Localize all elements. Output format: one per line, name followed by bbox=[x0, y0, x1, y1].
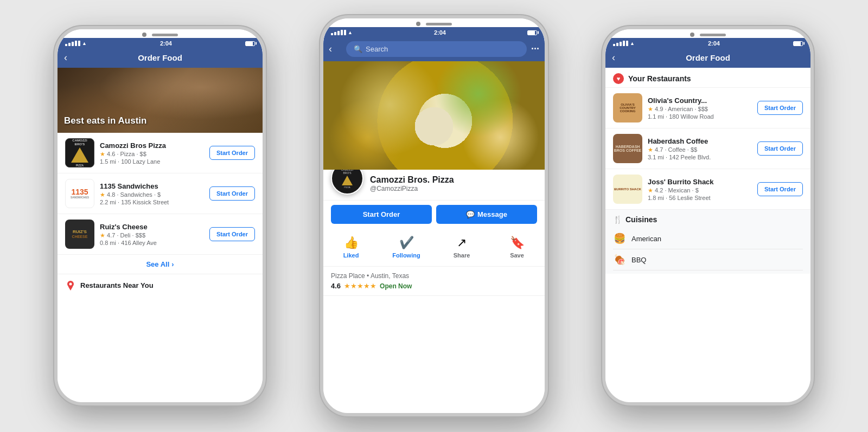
speaker-bar-right bbox=[700, 34, 726, 36]
phone-center: ▲ 2:04 ‹ 🔍 Search ··· bbox=[320, 15, 548, 416]
wifi-icon-center: ▲ bbox=[348, 30, 353, 35]
hero-text: Best eats in Austin bbox=[64, 115, 146, 126]
liked-action[interactable]: 👍 Liked bbox=[323, 233, 379, 262]
message-btn[interactable]: 💬 Message bbox=[436, 205, 537, 224]
back-button-center[interactable]: ‹ bbox=[329, 43, 342, 55]
cuisines-label: Cuisines bbox=[626, 215, 657, 224]
restaurant-name-1: Camozzi Bros Pizza bbox=[100, 141, 204, 150]
share-label: Share bbox=[454, 252, 470, 259]
restaurant-distance-3: 0.8 mi · 416 Alley Ave bbox=[100, 240, 204, 246]
nearby-label: Restaurants Near You bbox=[80, 281, 154, 289]
restaurant-name-2: 1135 Sandwiches bbox=[100, 182, 204, 190]
search-nav-bar: ‹ 🔍 Search ··· bbox=[323, 37, 545, 61]
social-actions-bar: 👍 Liked ✔️ Following ↗ Share 🔖 Save bbox=[323, 228, 545, 267]
list-item[interactable]: 🍖 BBQ bbox=[613, 249, 803, 270]
your-restaurants-header: ♥ Your Restaurants bbox=[605, 68, 810, 88]
table-row: CAMOZZI BRO'S PIZZA Camozzi Bros Pizza ★… bbox=[58, 133, 263, 173]
following-action[interactable]: ✔️ Following bbox=[379, 233, 434, 262]
restaurant-info-haberdash: Haberdash Coffee ★ 4.7 · Coffee · $$ 3.1… bbox=[648, 137, 752, 160]
start-order-btn-2[interactable]: Start Order bbox=[209, 186, 255, 201]
speaker-bar-center bbox=[426, 23, 452, 25]
rating-row: 4.6 ★★★★★ Open Now bbox=[331, 282, 537, 290]
restaurant-name-olivia: Olivia's Country... bbox=[648, 96, 752, 105]
restaurant-distance-2: 2.2 mi · 135 Kissick Street bbox=[100, 199, 204, 205]
nav-bar-left: ‹ Order Food bbox=[58, 48, 263, 68]
phone-notch-center bbox=[323, 18, 545, 27]
signal-area: ▲ bbox=[65, 41, 87, 46]
following-icon: ✔️ bbox=[399, 236, 414, 250]
restaurant-info-2: 1135 Sandwiches ★ 4.8 · Sandwiches · $ 2… bbox=[100, 182, 204, 205]
restaurant-meta-burrito: ★ 4.2 · Mexican · $ bbox=[648, 187, 752, 194]
restaurant-name-haberdash: Haberdash Coffee bbox=[648, 137, 752, 145]
bbq-label: BBQ bbox=[631, 256, 646, 264]
start-order-burrito-btn[interactable]: Start Order bbox=[757, 182, 803, 196]
camera-dot-right bbox=[690, 33, 694, 37]
start-order-btn-1[interactable]: Start Order bbox=[209, 146, 255, 160]
phone-notch-right bbox=[605, 29, 810, 38]
signal-area-center: ▲ bbox=[331, 30, 353, 35]
liked-label: Liked bbox=[343, 252, 359, 259]
cuisines-header: 🍴 Cuisines bbox=[613, 215, 803, 224]
list-item[interactable]: 🍔 American bbox=[613, 228, 803, 249]
nav-bar-right: ‹ Order Food bbox=[605, 48, 810, 68]
cuisines-section: 🍴 Cuisines 🍔 American 🍖 BBQ bbox=[605, 210, 810, 274]
restaurant-logo-camozzi: CAMOZZI BRO'S PIZZA bbox=[65, 138, 94, 167]
restaurant-info-3: Ruiz's Cheese ★ 4.7 · Deli · $$$ 0.8 mi … bbox=[100, 223, 204, 246]
battery-area-center bbox=[527, 30, 537, 35]
restaurant-info-olivia: Olivia's Country... ★ 4.9 · American · $… bbox=[648, 96, 752, 120]
star-icons: ★★★★★ bbox=[344, 282, 376, 290]
message-label: Message bbox=[477, 210, 507, 218]
restaurant-name-3: Ruiz's Cheese bbox=[100, 223, 204, 231]
restaurant-logo-1135: 1135 SANDWICHES bbox=[65, 179, 94, 208]
save-icon: 🔖 bbox=[510, 236, 525, 250]
american-icon: 🍔 bbox=[613, 233, 626, 244]
share-icon: ↗ bbox=[457, 236, 467, 250]
restaurant-meta-haberdash: ★ 4.7 · Coffee · $$ bbox=[648, 146, 752, 153]
table-row: HABERDASH BROS COFFEE Haberdash Coffee ★… bbox=[605, 128, 810, 169]
wifi-icon: ▲ bbox=[82, 41, 87, 46]
restaurant-info-burrito: Joss' Burrito Shack ★ 4.2 · Mexican · $ … bbox=[648, 178, 752, 201]
more-options-icon[interactable]: ··· bbox=[531, 43, 539, 55]
back-button[interactable]: ‹ bbox=[64, 52, 77, 63]
start-order-center-btn[interactable]: Start Order bbox=[331, 205, 432, 224]
save-action[interactable]: 🔖 Save bbox=[489, 233, 545, 262]
camera-dot bbox=[142, 33, 146, 37]
nav-title-right: Order Food bbox=[625, 53, 791, 62]
restaurant-handle: @CamozziPizza bbox=[370, 185, 537, 192]
start-order-btn-3[interactable]: Start Order bbox=[209, 227, 255, 241]
restaurant-info-bar: Pizza Place • Austin, Texas 4.6 ★★★★★ Op… bbox=[323, 267, 545, 296]
start-order-olivia-btn[interactable]: Start Order bbox=[757, 101, 803, 115]
restaurant-logo-ruiz: RUIZ'S CHEESE bbox=[65, 220, 94, 249]
american-label: American bbox=[631, 235, 661, 243]
status-bar: ▲ 2:04 bbox=[58, 38, 263, 48]
start-order-haberdash-btn[interactable]: Start Order bbox=[757, 141, 803, 156]
restaurant-meta-2: ★ 4.8 · Sandwiches · $ bbox=[100, 191, 204, 198]
svg-point-1 bbox=[69, 283, 72, 286]
search-placeholder: Search bbox=[366, 45, 388, 53]
table-row: OLIVIA'S COUNTRY COOKING Olivia's Countr… bbox=[605, 88, 810, 128]
battery-icon-right bbox=[793, 41, 803, 46]
status-time: 2:04 bbox=[160, 40, 172, 47]
restaurant-logo-haberdash: HABERDASH BROS COFFEE bbox=[613, 134, 642, 163]
phone-left: ▲ 2:04 ‹ Order Food Best eats in Austin bbox=[54, 26, 266, 405]
back-button-right[interactable]: ‹ bbox=[612, 52, 625, 63]
see-all-row[interactable]: See All › bbox=[58, 255, 263, 274]
bbq-icon: 🍖 bbox=[613, 254, 626, 266]
rating-number: 4.6 bbox=[331, 282, 341, 290]
restaurant-profile: CAMOZZI BRO'S PIZZA Camozzi Bros. Pizza … bbox=[323, 170, 545, 201]
nav-title-left: Order Food bbox=[77, 53, 243, 62]
restaurant-meta-3: ★ 4.7 · Deli · $$$ bbox=[100, 232, 204, 239]
restaurant-logo-burrito: BURRITO SHACK bbox=[613, 175, 642, 204]
restaurant-distance-haberdash: 3.1 mi · 142 Peele Blvd. bbox=[648, 154, 752, 160]
action-buttons: Start Order 💬 Message bbox=[323, 201, 545, 228]
nearby-section: Restaurants Near You bbox=[58, 274, 263, 296]
restaurant-meta-1: ★ 4.6 · Pizza · $$ bbox=[100, 151, 204, 158]
restaurant-distance-burrito: 1.8 mi · 56 Leslie Street bbox=[648, 195, 752, 201]
chevron-right-icon: › bbox=[171, 260, 174, 268]
signal-dots-right bbox=[613, 41, 628, 46]
share-action[interactable]: ↗ Share bbox=[434, 233, 489, 262]
phone-notch bbox=[58, 29, 263, 38]
search-input-mock[interactable]: 🔍 Search bbox=[346, 41, 527, 57]
status-bar-right: ▲ 2:04 bbox=[605, 38, 810, 48]
signal-area-right: ▲ bbox=[613, 41, 635, 46]
